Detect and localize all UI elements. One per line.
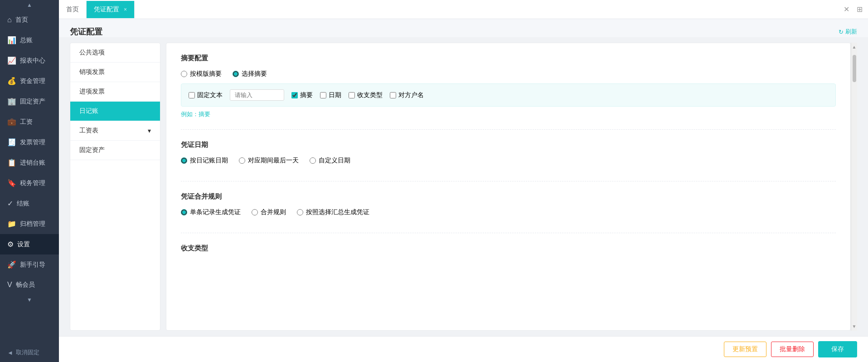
checkbox-income-type-label: 收支类型 [357,91,383,99]
checkbox-fixed-text[interactable]: 固定文本 [189,91,223,99]
tab-home[interactable]: 首页 [59,1,87,18]
radio-select-summary-gen[interactable]: 按照选择汇总生成凭证 [297,208,369,216]
restore-window-icon[interactable]: ⊞ [855,3,864,15]
fixed-text-input[interactable] [230,89,284,101]
checkbox-date[interactable]: 日期 [320,91,341,99]
checkbox-counterpart-label: 对方户名 [398,91,424,99]
right-panel: 摘要配置 按模版摘要 选择摘要 固定文本 [166,43,851,331]
sidebar-footer-label: 取消固定 [16,348,39,357]
sidebar-item-closing[interactable]: ✓ 结账 [0,193,59,214]
radio-last-period-day-input[interactable] [239,157,245,164]
checkbox-income-type[interactable]: 收支类型 [349,91,383,99]
sidebar-scroll-up[interactable]: ▲ [0,0,59,10]
sidebar-item-archive[interactable]: 📁 归档管理 [0,214,59,234]
sidebar-item-label: 总账 [20,36,33,44]
summary-radio-group: 按模版摘要 选择摘要 [181,70,836,78]
sidebar-item-funds[interactable]: 💰 资金管理 [0,71,59,91]
salary-icon: 💼 [7,117,16,126]
checkbox-income-type-input[interactable] [349,92,355,98]
radio-journal-date-input[interactable] [181,157,187,164]
radio-single-record-input[interactable] [181,209,187,215]
nav-item-purchase-invoice[interactable]: 进项发票 [70,82,160,102]
scroll-down-arrow[interactable]: ▼ [851,322,857,331]
scroll-thumb[interactable] [853,55,856,82]
left-nav: 公共选项 销项发票 进项发票 日记账 工资表 ▾ 固定资产 [70,43,160,331]
radio-single-record-label: 单条记录生成凭证 [190,208,241,216]
checkbox-date-input[interactable] [320,92,326,98]
sidebar-item-invoice-mgr[interactable]: 🧾 发票管理 [0,132,59,152]
sidebar-item-label: 资金管理 [20,77,45,85]
radio-select-summary-input[interactable] [233,71,239,77]
sidebar-item-label: 发票管理 [20,138,45,147]
nav-item-label: 日记账 [79,107,98,115]
checkbox-fixed-text-input[interactable] [189,92,195,98]
vip-icon: V [7,281,12,289]
checkbox-summary-input[interactable] [291,92,298,98]
checkbox-summary[interactable]: 摘要 [291,91,313,99]
radio-custom-date[interactable]: 自定义日期 [310,157,350,165]
nav-item-sales-invoice[interactable]: 销项发票 [70,63,160,82]
sidebar-item-tax[interactable]: 🔖 税务管理 [0,173,59,193]
scroll-up-arrow[interactable]: ▲ [851,43,857,51]
invoice-icon: 🧾 [7,138,16,147]
sidebar-item-guide[interactable]: 🚀 新手引导 [0,254,59,275]
home-icon: ⌂ [7,16,12,24]
sidebar-item-assets[interactable]: 🏢 固定资产 [0,91,59,112]
pin-icon: ◄ [7,349,13,356]
sidebar-item-ledger[interactable]: 📊 总账 [0,30,59,50]
refresh-icon: ↻ [839,29,844,35]
date-section: 凭证日期 按日记账日期 对应期间最后一天 自定义日期 [181,141,836,181]
batch-delete-button[interactable]: 批量删除 [771,342,814,357]
save-button[interactable]: 保存 [818,341,857,357]
close-window-icon[interactable]: ✕ [842,3,851,15]
summary-section: 摘要配置 按模版摘要 选择摘要 固定文本 [181,54,836,130]
tab-home-label: 首页 [66,5,79,14]
radio-journal-date-label: 按日记账日期 [190,157,228,165]
sidebar-item-home[interactable]: ⌂ 首页 [0,10,59,30]
radio-template-summary[interactable]: 按模版摘要 [181,70,222,78]
nav-item-label: 固定资产 [79,146,105,154]
radio-last-period-day-label: 对应期间最后一天 [248,157,299,165]
tab-voucher-config[interactable]: 凭证配置 × [87,1,135,18]
radio-select-summary-gen-label: 按照选择汇总生成凭证 [306,208,369,216]
right-scrollbar[interactable]: ▲ ▼ [851,43,857,331]
archive-icon: 📁 [7,220,16,228]
sidebar-item-reports[interactable]: 📈 报表中心 [0,50,59,71]
date-title: 凭证日期 [181,141,836,149]
sidebar-item-vip[interactable]: V 畅会员 [0,275,59,295]
date-radio-group: 按日记账日期 对应期间最后一天 自定义日期 [181,157,836,165]
radio-single-record[interactable]: 单条记录生成凭证 [181,208,241,216]
radio-select-summary-gen-input[interactable] [297,209,303,215]
sidebar-item-salary[interactable]: 💼 工资 [0,112,59,132]
radio-merge-rules-input[interactable] [252,209,258,215]
sidebar-item-settings[interactable]: ⚙ 设置 [0,234,59,254]
checkbox-counterpart[interactable]: 对方户名 [390,91,424,99]
tab-close-icon[interactable]: × [124,6,127,13]
sidebar-item-label: 报表中心 [20,57,45,65]
update-preview-button[interactable]: 更新预置 [724,342,766,357]
sidebar-item-purchase[interactable]: 📋 进销台账 [0,152,59,173]
tab-active-label: 凭证配置 [94,5,119,14]
refresh-button[interactable]: ↻ 刷新 [839,28,857,36]
radio-custom-date-input[interactable] [310,157,316,164]
page-header: 凭证配置 ↻ 刷新 [59,19,868,37]
income-type-section: 收支类型 [181,244,836,271]
radio-merge-rules[interactable]: 合并规则 [252,208,286,216]
nav-item-payroll[interactable]: 工资表 ▾ [70,121,160,141]
checkbox-counterpart-input[interactable] [390,92,396,98]
summary-title: 摘要配置 [181,54,836,63]
nav-item-journal[interactable]: 日记账 [70,102,160,121]
settings-icon: ⚙ [7,240,14,249]
radio-select-summary-label: 选择摘要 [242,70,267,78]
radio-select-summary[interactable]: 选择摘要 [233,70,267,78]
nav-item-label: 进项发票 [79,88,105,96]
radio-last-period-day[interactable]: 对应期间最后一天 [239,157,299,165]
radio-merge-rules-label: 合并规则 [261,208,286,216]
radio-journal-date[interactable]: 按日记账日期 [181,157,228,165]
sidebar-scroll-down[interactable]: ▼ [0,295,59,305]
radio-custom-date-label: 自定义日期 [319,157,350,165]
radio-template-summary-input[interactable] [181,71,187,77]
nav-item-fixed-assets[interactable]: 固定资产 [70,141,160,160]
nav-item-public[interactable]: 公共选项 [70,43,160,63]
sidebar-unpin-button[interactable]: ◄ 取消固定 [0,343,59,362]
